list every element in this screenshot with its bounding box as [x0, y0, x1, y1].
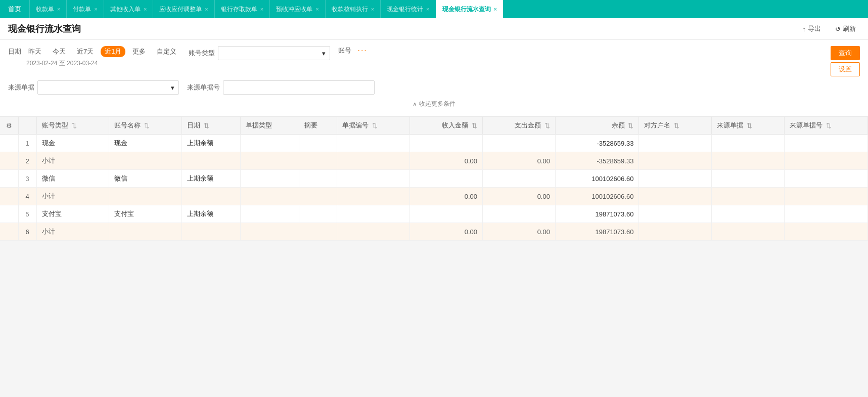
td-date: 上期余额 [182, 170, 241, 188]
td-income [410, 170, 483, 188]
account-more-btn[interactable]: ··· [354, 46, 370, 55]
sort-icon: ⇅ [472, 122, 477, 129]
source-doc-no-input[interactable] [223, 80, 375, 95]
td-account-type: 小计 [36, 223, 109, 241]
close-icon[interactable]: × [57, 6, 60, 12]
nav-home[interactable]: 首页 [0, 0, 29, 18]
close-icon[interactable]: × [94, 6, 97, 12]
sort-icon: ⇅ [674, 122, 679, 129]
td-source-doc-no [785, 170, 868, 188]
close-icon[interactable]: × [260, 6, 263, 12]
td-index: 6 [18, 223, 36, 241]
td-income: 0.00 [410, 223, 483, 241]
nav-tab-shoudan[interactable]: 收款单 × [29, 0, 66, 18]
collapse-bar[interactable]: ∧ 收起更多条件 [8, 98, 860, 110]
td-expense: 0.00 [482, 152, 555, 170]
nav-tab-xianjin-stat[interactable]: 现金银行统计 × [380, 0, 435, 18]
account-label: 账号 [338, 46, 351, 55]
th-index [18, 117, 36, 135]
td-counterparty [639, 188, 712, 205]
td-doc-no [337, 135, 410, 152]
table-row: 2小计0.000.00-3528659.33 [0, 152, 868, 170]
account-type-label: 账号类型 [189, 49, 215, 58]
query-button[interactable]: 查询 [831, 46, 860, 60]
close-icon[interactable]: × [426, 6, 429, 12]
td-account-name: 支付宝 [109, 205, 182, 223]
td-source-doc [712, 170, 785, 188]
source-doc-select[interactable]: ▾ [37, 80, 179, 95]
td-balance: 100102606.60 [555, 170, 638, 188]
nav-tab-qitashouru[interactable]: 其他收入单 × [104, 0, 153, 18]
close-icon[interactable]: × [315, 6, 318, 12]
th-gear[interactable]: ⚙ [0, 117, 18, 135]
td-date: 上期余额 [182, 205, 241, 223]
nav-tab-yushou[interactable]: 预收冲应收单 × [269, 0, 325, 18]
nav-tab-yinhangshequ[interactable]: 银行存取款单 × [214, 0, 269, 18]
td-income [410, 205, 483, 223]
close-icon[interactable]: × [371, 6, 374, 12]
date-more[interactable]: 更多 [128, 46, 150, 57]
export-icon: ↑ [803, 25, 806, 33]
th-counterparty[interactable]: 对方户名 ⇅ [639, 117, 712, 135]
td-summary [299, 205, 337, 223]
td-source-doc-no [785, 188, 868, 205]
td-doc-type [241, 223, 299, 241]
td-account-name: 现金 [109, 135, 182, 152]
account-type-select[interactable]: ▾ [218, 46, 330, 60]
td-counterparty [639, 152, 712, 170]
date-range-display: 2023-02-24 至 2023-03-24 [26, 59, 98, 68]
nav-tab-fudan[interactable]: 付款单 × [66, 0, 103, 18]
th-source-doc-no[interactable]: 来源单据号 ⇅ [785, 117, 868, 135]
th-account-type[interactable]: 账号类型 ⇅ [36, 117, 109, 135]
td-expense [482, 170, 555, 188]
td-balance: 100102606.60 [555, 188, 638, 205]
close-icon[interactable]: × [144, 6, 147, 12]
data-table: ⚙ 账号类型 ⇅ 账号名称 ⇅ 日期 ⇅ 单据类型 [0, 117, 868, 241]
date-7days[interactable]: 近7天 [73, 46, 98, 57]
refresh-button[interactable]: ↺ 刷新 [831, 22, 860, 35]
td-source-doc-no [785, 135, 868, 152]
td-index: 5 [18, 205, 36, 223]
td-account-name [109, 223, 182, 241]
td-checkbox [0, 152, 18, 170]
td-counterparty [639, 205, 712, 223]
close-icon[interactable]: × [494, 6, 497, 12]
nav-tab-yingshouyingfu[interactable]: 应收应付调整单 × [153, 0, 214, 18]
filter-area: 日期 昨天 今天 近7天 近1月 更多 自定义 2023-02-24 至 202… [0, 40, 868, 117]
chevron-down-icon2: ▾ [171, 84, 174, 92]
setting-button[interactable]: 设置 [831, 62, 860, 76]
th-source-doc[interactable]: 来源单据 ⇅ [712, 117, 785, 135]
td-summary [299, 188, 337, 205]
date-options: 昨天 今天 近7天 近1月 更多 自定义 [24, 46, 180, 57]
th-date[interactable]: 日期 ⇅ [182, 117, 241, 135]
date-yesterday[interactable]: 昨天 [24, 46, 45, 57]
sort-icon: ⇅ [144, 122, 150, 129]
th-doc-no[interactable]: 单据编号 ⇅ [337, 117, 410, 135]
nav-tab-liushui[interactable]: 现金银行流水查询 × [436, 0, 503, 18]
td-summary [299, 170, 337, 188]
td-date: 上期余额 [182, 135, 241, 152]
td-doc-no [337, 188, 410, 205]
date-today[interactable]: 今天 [49, 46, 70, 57]
td-account-name [109, 188, 182, 205]
td-checkbox [0, 188, 18, 205]
th-expense[interactable]: 支出金额 ⇅ [482, 117, 555, 135]
date-custom[interactable]: 自定义 [153, 46, 180, 57]
close-icon[interactable]: × [205, 6, 208, 12]
td-doc-type [241, 188, 299, 205]
th-account-name[interactable]: 账号名称 ⇅ [109, 117, 182, 135]
date-1month[interactable]: 近1月 [101, 46, 125, 57]
th-balance[interactable]: 余额 ⇅ [555, 117, 638, 135]
td-doc-type [241, 152, 299, 170]
th-income[interactable]: 收入金额 ⇅ [410, 117, 483, 135]
nav-tab-shouquan[interactable]: 收款核销执行 × [325, 0, 380, 18]
sort-icon: ⇅ [826, 122, 832, 129]
td-index: 4 [18, 188, 36, 205]
td-summary [299, 152, 337, 170]
chevron-down-icon: ▾ [322, 50, 326, 57]
source-doc-no-label: 来源单据号 [187, 83, 220, 92]
td-account-type: 支付宝 [36, 205, 109, 223]
export-button[interactable]: ↑ 导出 [799, 22, 826, 35]
td-summary [299, 223, 337, 241]
page-title: 现金银行流水查询 [8, 23, 81, 35]
